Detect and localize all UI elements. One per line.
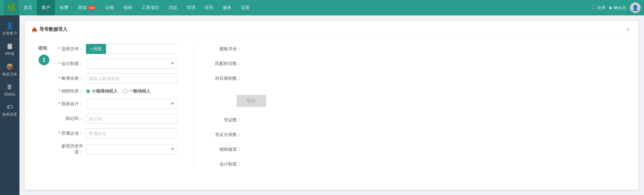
fullscreen-btn[interactable]: ⛶ 全屏	[592, 5, 605, 11]
info-month-label: 建账月份：	[211, 46, 241, 52]
info-section: 建账月份： 匹配科目数： 科目期初数： 建账	[211, 44, 292, 169]
tax-small-label[interactable]: 小规模纳税人	[86, 88, 118, 94]
dialog-title-icon: 📥	[32, 27, 37, 32]
tax-general-label[interactable]: 一般纳税人	[123, 88, 151, 94]
browse-button[interactable]: +浏览	[86, 44, 106, 54]
sidebar-item-tags[interactable]: 🏷 标签设置	[0, 100, 19, 120]
dialog-title: 📥 导爷数据导入	[32, 26, 67, 32]
tax-small-radio[interactable]	[86, 89, 90, 93]
accountant-select[interactable]	[86, 99, 177, 109]
info-match-label: 匹配科目数：	[211, 61, 241, 67]
sidebar-item-migration[interactable]: 📦 账套迁移	[0, 60, 19, 80]
ledger-row: * 账簿名称：	[56, 73, 177, 83]
history-label: 参照历史年度：	[56, 143, 83, 155]
accountant-label: * 指派会计：	[56, 101, 83, 107]
dialog-header: 📥 导爷数据导入 ×	[25, 21, 639, 37]
info-entries-row: 凭证分录数：	[211, 130, 292, 140]
nav-item-messages[interactable]: 消息	[164, 0, 182, 15]
company-label: * 所属企业：	[56, 130, 83, 136]
avatar-icon: 👤	[632, 5, 639, 11]
info-auxiliary-label: 辅助核算：	[211, 146, 241, 152]
sidebar-item-recycle[interactable]: 🗑 回收站	[0, 80, 19, 100]
nav-item-customers[interactable]: 客户	[37, 0, 55, 15]
content-area: 📥 导爷数据导入 × 建账 1	[19, 15, 644, 195]
divider	[194, 44, 194, 169]
ledger-input[interactable]	[86, 73, 177, 83]
company-row: * 所属企业：	[56, 128, 177, 138]
accounting-select[interactable]	[86, 59, 177, 69]
info-accounting-system-row: 会计制度：	[211, 159, 292, 169]
tax-general-radio[interactable]	[123, 89, 128, 93]
build-button[interactable]: 建账	[237, 95, 266, 107]
history-row: 参照历史年度：	[56, 143, 177, 155]
fullscreen-icon: ⛶	[592, 5, 596, 10]
info-entries-label: 凭证分录数：	[211, 132, 241, 138]
tax-radio-group: 小规模纳税人 一般纳税人	[86, 88, 177, 94]
nav-item-manage[interactable]: 管理	[182, 0, 200, 15]
ledger-label: * 账簿名称：	[56, 75, 83, 81]
nav-item-invoices[interactable]: 票据 new	[73, 0, 101, 15]
tags-icon: 🏷	[7, 104, 13, 111]
tax-row: * 纳税性质： 小规模纳税人 一般纳税人	[56, 88, 177, 94]
nav-item-settings[interactable]: 设置	[236, 0, 254, 15]
vip-icon: ▶	[609, 5, 612, 10]
nav-item-business[interactable]: 工商项目	[137, 0, 164, 15]
sidebar: 👤 全部客户 📋 0申报 📦 账套迁移 🗑 回收站 🏷 标签设置	[0, 15, 19, 195]
tax-label: * 纳税性质：	[56, 88, 83, 94]
nav-item-tax[interactable]: 报税	[119, 0, 137, 15]
mnemonic-input[interactable]	[86, 114, 177, 124]
accounting-row: * 会计制度：	[56, 59, 177, 69]
nav-item-bookkeeping[interactable]: 记账	[101, 0, 119, 15]
customers-icon: 👤	[6, 22, 13, 29]
logo-icon: 🌿	[7, 3, 16, 12]
new-badge: new	[88, 6, 96, 10]
recycle-icon: 🗑	[7, 83, 13, 90]
nav-right: ⛶ 全屏 ▶ 畅会员 👤	[592, 2, 641, 13]
accountant-row: * 指派会计：	[56, 99, 177, 109]
step-label: 建账	[38, 45, 48, 51]
nav-item-fees[interactable]: 收费	[55, 0, 73, 15]
main-layout: 👤 全部客户 📋 0申报 📦 账套迁移 🗑 回收站 🏷 标签设置 📥 导爷	[0, 15, 644, 195]
nav-item-home[interactable]: 首页	[19, 0, 37, 15]
file-row: * 选择文件： +浏览	[56, 44, 177, 54]
vip-btn[interactable]: ▶ 畅会员	[609, 5, 626, 11]
info-voucher-label: 凭证数：	[211, 117, 241, 123]
sidebar-item-zero-declaration[interactable]: 📋 0申报	[0, 39, 19, 60]
info-accounting-system-label: 会计制度：	[211, 161, 241, 167]
step-badge: 1	[39, 55, 49, 65]
info-period-label: 科目期初数：	[211, 75, 241, 81]
avatar[interactable]: 👤	[630, 2, 641, 13]
browse-group: +浏览	[86, 44, 177, 54]
info-auxiliary-row: 辅助核算：	[211, 144, 292, 154]
mnemonic-row: 助记码：	[56, 114, 177, 124]
sidebar-item-all-customers[interactable]: 👤 全部客户	[0, 19, 19, 39]
info-period-row: 科目期初数：	[211, 73, 292, 83]
mnemonic-label: 助记码：	[56, 116, 83, 122]
history-select[interactable]	[86, 144, 177, 154]
info-match-row: 匹配科目数：	[211, 59, 292, 69]
file-label: * 选择文件：	[56, 46, 83, 52]
accounting-label: * 会计制度：	[56, 61, 83, 67]
company-input[interactable]	[86, 128, 177, 138]
form-section: 建账 1 * 选择文件： +浏览	[38, 44, 177, 169]
declaration-icon: 📋	[6, 43, 13, 50]
nav-item-service[interactable]: 服务	[218, 0, 236, 15]
info-month-row: 建账月份：	[211, 44, 292, 54]
info-voucher-row: 凭证数：	[211, 115, 292, 125]
close-button[interactable]: ×	[624, 25, 632, 34]
top-nav: 🌿 首页 客户 收费 票据 new 记账 报税 工商项目 消息 管理 经营 服务…	[0, 0, 644, 15]
nav-item-operation[interactable]: 经营	[200, 0, 218, 15]
dialog-container: 📥 导爷数据导入 × 建账 1	[25, 21, 639, 190]
file-input[interactable]	[106, 44, 177, 54]
dialog-body: 建账 1 * 选择文件： +浏览	[25, 37, 639, 176]
migration-icon: 📦	[6, 63, 13, 70]
form-fields: * 选择文件： +浏览 * 会计制度：	[56, 44, 177, 155]
logo-area[interactable]: 🌿	[3, 0, 19, 15]
